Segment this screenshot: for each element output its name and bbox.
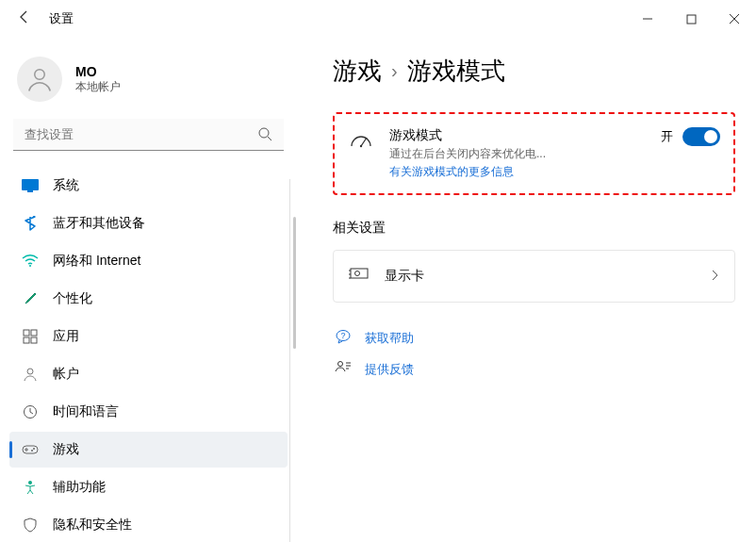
monitor-icon [21, 179, 40, 192]
svg-rect-5 [22, 179, 39, 190]
nav-label: 辅助功能 [53, 479, 106, 496]
nav-label: 帐户 [53, 366, 79, 383]
svg-point-15 [33, 448, 35, 450]
svg-point-16 [31, 450, 33, 452]
search-icon [257, 126, 272, 145]
svg-rect-1 [687, 15, 696, 24]
profile-name: MO [75, 64, 121, 79]
svg-point-7 [29, 265, 31, 267]
profile-subtitle: 本地帐户 [75, 79, 121, 95]
nav-accounts[interactable]: 帐户 [9, 356, 288, 392]
svg-point-3 [259, 128, 269, 138]
gamemode-toggle[interactable] [682, 127, 720, 146]
svg-point-23 [338, 362, 343, 367]
apps-icon [21, 329, 40, 344]
gamemode-desc: 通过在后台关闭内容来优化电... [389, 146, 646, 162]
nav-time[interactable]: 时间和语言 [9, 394, 288, 430]
gpu-icon [349, 267, 370, 286]
nav-personalization[interactable]: 个性化 [9, 281, 288, 317]
content: 游戏 › 游戏模式 游戏模式 通过在后台关闭内容来优化电... 有关游戏模式的更… [297, 38, 756, 542]
bluetooth-icon [21, 216, 40, 231]
svg-rect-10 [24, 337, 29, 343]
nav-label: 网络和 Internet [53, 253, 140, 270]
sidebar: MO 本地帐户 系统 蓝牙和其他设备 网络和 Internet [0, 38, 297, 542]
avatar [17, 57, 62, 102]
svg-point-12 [27, 369, 33, 374]
chevron-right-icon [712, 268, 719, 285]
minimize-button[interactable] [626, 0, 669, 38]
nav-label: 个性化 [53, 290, 92, 307]
feedback-link[interactable]: 提供反馈 [335, 360, 735, 378]
help-link[interactable]: ? 获取帮助 [335, 329, 735, 347]
user-icon [21, 367, 40, 382]
svg-rect-9 [31, 330, 37, 336]
nav-privacy[interactable]: 隐私和安全性 [9, 507, 288, 542]
nav-label: 蓝牙和其他设备 [53, 215, 145, 232]
nav-label: 隐私和安全性 [53, 517, 132, 534]
wifi-icon [21, 255, 40, 268]
nav-label: 应用 [53, 328, 79, 345]
nav-gaming[interactable]: 游戏 [9, 432, 288, 468]
profile-block[interactable]: MO 本地帐户 [9, 49, 288, 119]
nav-bluetooth[interactable]: 蓝牙和其他设备 [9, 205, 288, 241]
svg-point-18 [360, 145, 362, 147]
close-button[interactable] [713, 0, 756, 38]
nav-list: 系统 蓝牙和其他设备 网络和 Internet 个性化 应用 帐户 [9, 168, 288, 542]
toggle-state-label: 开 [661, 128, 673, 145]
scrollbar-thumb[interactable] [293, 217, 296, 349]
svg-point-2 [35, 70, 45, 80]
breadcrumb: 游戏 › 游戏模式 [333, 55, 735, 88]
brush-icon [21, 291, 40, 306]
svg-point-17 [28, 481, 32, 485]
nav-accessibility[interactable]: 辅助功能 [9, 469, 288, 505]
nav-apps[interactable]: 应用 [9, 319, 288, 354]
gamemode-panel: 游戏模式 通过在后台关闭内容来优化电... 有关游戏模式的更多信息 开 [333, 112, 735, 195]
chevron-right-icon: › [391, 60, 398, 82]
breadcrumb-current: 游戏模式 [407, 55, 505, 88]
window-title: 设置 [49, 10, 74, 27]
gamemode-link[interactable]: 有关游戏模式的更多信息 [389, 164, 646, 180]
clock-icon [21, 404, 40, 419]
search-input[interactable] [13, 119, 284, 151]
shield-icon [21, 517, 40, 533]
display-card[interactable]: 显示卡 [333, 250, 735, 303]
back-button[interactable] [17, 9, 32, 28]
gamepad-icon [21, 444, 40, 455]
accessibility-icon [21, 480, 40, 495]
help-icon: ? [335, 329, 352, 347]
nav-label: 系统 [53, 177, 79, 194]
nav-system[interactable]: 系统 [9, 168, 288, 204]
nav-label: 时间和语言 [53, 403, 119, 420]
help-label: 获取帮助 [365, 330, 414, 347]
display-card-label: 显示卡 [385, 268, 697, 285]
related-heading: 相关设置 [333, 220, 735, 237]
nav-label: 游戏 [53, 441, 79, 458]
svg-rect-6 [27, 190, 33, 192]
nav-network[interactable]: 网络和 Internet [9, 243, 288, 279]
maximize-button[interactable] [669, 0, 713, 38]
svg-rect-11 [31, 337, 37, 343]
svg-point-20 [355, 271, 360, 276]
breadcrumb-parent[interactable]: 游戏 [333, 55, 382, 88]
svg-text:?: ? [340, 331, 345, 340]
gamemode-title: 游戏模式 [389, 127, 646, 144]
svg-rect-8 [24, 330, 29, 336]
titlebar: 设置 [0, 0, 756, 38]
feedback-label: 提供反馈 [365, 361, 414, 378]
speed-icon [348, 131, 374, 148]
feedback-icon [335, 360, 352, 378]
svg-line-4 [268, 137, 271, 140]
